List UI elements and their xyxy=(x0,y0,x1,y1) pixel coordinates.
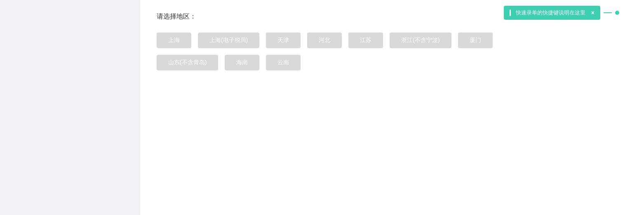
tooltip-container: 快速录单的快捷键说明在这里 × xyxy=(504,6,619,20)
region-button-shandong[interactable]: 山东(不含青岛) xyxy=(157,55,218,70)
tooltip-box: 快速录单的快捷键说明在这里 × xyxy=(504,6,600,20)
region-button-zhejiang[interactable]: 浙江(不含宁波) xyxy=(390,33,451,48)
region-button-tianjin[interactable]: 天津 xyxy=(266,33,301,48)
region-button-hebei[interactable]: 河北 xyxy=(307,33,342,48)
region-button-shanghai[interactable]: 上海 xyxy=(157,33,191,48)
region-button-xiamen[interactable]: 厦门 xyxy=(458,33,493,48)
region-row-2: 山东(不含青岛)海南云南 xyxy=(157,55,301,70)
region-button-shanghai-etax[interactable]: 上海(电子税局) xyxy=(198,33,259,48)
region-button-yunnan[interactable]: 云南 xyxy=(266,55,301,70)
tooltip-text: 快速录单的快捷键说明在这里 xyxy=(516,9,585,16)
region-row-1: 上海上海(电子税局)天津河北江苏浙江(不含宁波)厦门 xyxy=(157,33,493,48)
region-button-jiangsu[interactable]: 江苏 xyxy=(348,33,383,48)
left-sidebar xyxy=(0,0,140,215)
tooltip-dot xyxy=(615,11,619,15)
tooltip-line xyxy=(604,12,612,13)
region-buttons: 上海上海(电子税局)天津河北江苏浙江(不含宁波)厦门 山东(不含青岛)海南云南 xyxy=(157,33,628,70)
main-content: 请选择地区： 上海上海(电子税局)天津河北江苏浙江(不含宁波)厦门 山东(不含青… xyxy=(140,0,644,215)
region-button-hainan[interactable]: 海南 xyxy=(225,55,259,70)
tooltip-close-button[interactable]: × xyxy=(591,9,595,16)
